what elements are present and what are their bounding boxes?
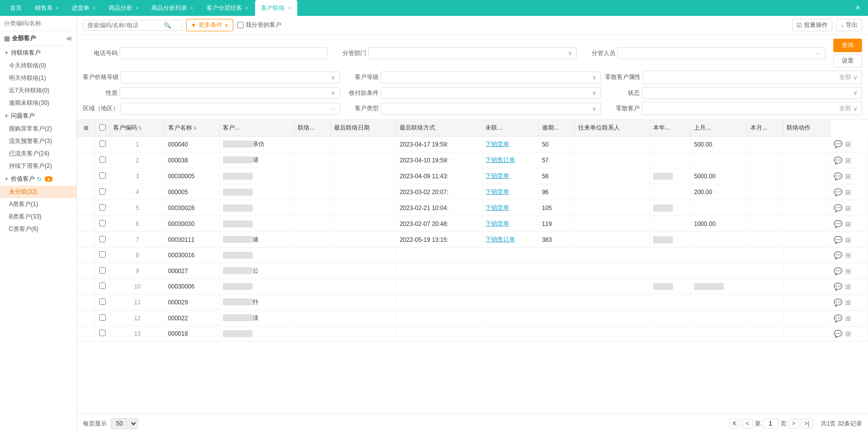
nature-select[interactable]: ∨	[120, 87, 340, 99]
nav-customer-contact[interactable]: 客户联络 ×	[255, 0, 297, 16]
page-size-select[interactable]: 50 20 100	[111, 418, 138, 429]
nav-sales-close[interactable]: ×	[56, 5, 59, 11]
sidebar-group-problem[interactable]: ▼ 问题客户	[0, 109, 76, 123]
sidebar-group-pending[interactable]: ▼ 待联络客户	[0, 46, 76, 60]
chat-icon[interactable]: 💬	[834, 330, 842, 338]
nav-analysis[interactable]: 商品分析 ×	[103, 0, 144, 16]
sidebar-item-c-class[interactable]: C类客户(6)	[0, 223, 76, 235]
last-page-btn[interactable]: >|	[801, 419, 813, 429]
row-checkbox[interactable]	[99, 330, 106, 336]
chat-icon[interactable]: 💬	[834, 204, 842, 212]
grid-action-icon[interactable]: ⊞	[845, 283, 851, 290]
nav-analysis-close[interactable]: ×	[135, 5, 138, 11]
chat-icon[interactable]: 💬	[834, 236, 842, 244]
grid-action-icon[interactable]: ⊞	[845, 314, 851, 322]
dept-select[interactable]: ∨	[368, 47, 576, 59]
payment-select[interactable]: ∨	[381, 87, 601, 99]
refresh-icon[interactable]: ↻	[37, 176, 42, 183]
search-icon[interactable]: 🔍	[164, 22, 171, 29]
row-checkbox[interactable]	[99, 236, 106, 242]
sidebar-item-churn-warn[interactable]: 流失预警客户(3)	[0, 135, 76, 147]
nav-sales[interactable]: 销售单 ×	[29, 0, 65, 16]
row-checkbox[interactable]	[99, 251, 106, 258]
row-checkbox[interactable]	[99, 314, 106, 321]
grid-action-icon[interactable]: ⊞	[845, 298, 851, 306]
chat-icon[interactable]: 💬	[834, 188, 842, 196]
sidebar-item-churned[interactable]: 已流失客户(24)	[0, 147, 76, 160]
grid-action-icon[interactable]: ⊞	[845, 220, 851, 228]
chat-icon[interactable]: 💬	[834, 283, 842, 290]
nav-analysis-list[interactable]: 商品分析列表 ×	[145, 0, 199, 16]
nav-customer-segment[interactable]: 客户分层经客 ×	[200, 0, 254, 16]
chat-icon[interactable]: 💬	[834, 220, 842, 228]
nav-analysis-list-close[interactable]: ×	[190, 5, 193, 11]
nav-purchase[interactable]: 进货单 ×	[66, 0, 101, 16]
grid-action-icon[interactable]: ⊞	[845, 188, 851, 196]
grid-action-icon[interactable]: ⊞	[845, 156, 851, 164]
nav-customer-contact-close[interactable]: ×	[288, 5, 291, 11]
sidebar-item-today[interactable]: 今天待联络(0)	[0, 60, 76, 72]
nav-purchase-close[interactable]: ×	[92, 5, 95, 11]
scatter-cust-select[interactable]: 全部 ∨	[642, 102, 862, 115]
batch-op-btn[interactable]: ☑ 批量操作	[792, 19, 832, 31]
sidebar-search-input[interactable]	[4, 20, 77, 27]
reset-btn[interactable]: 设置	[833, 54, 862, 68]
first-page-btn[interactable]: K	[729, 419, 740, 429]
sidebar-item-tomorrow[interactable]: 明天待联络(1)	[0, 72, 76, 84]
sidebar-item-a-class[interactable]: A类客户(1)	[0, 198, 76, 211]
sidebar-item-overdue[interactable]: 逾期未联络(30)	[0, 97, 76, 109]
row-checkbox[interactable]	[99, 267, 106, 274]
grid-action-icon[interactable]: ⊞	[845, 140, 851, 148]
grid-action-icon[interactable]: ⊞	[845, 236, 851, 244]
sidebar-item-declining[interactable]: 持续下滑客户(2)	[0, 160, 76, 172]
chat-icon[interactable]: 💬	[834, 251, 842, 259]
close-all-btn[interactable]: ×	[852, 3, 864, 12]
sidebar-item-b-class[interactable]: B类客户(33)	[0, 211, 76, 223]
sidebar-item-ungroup[interactable]: 未分组(32)	[0, 186, 76, 198]
grid-action-icon[interactable]: ⊞	[845, 267, 851, 275]
region-select[interactable]: ···	[121, 103, 340, 115]
chat-icon[interactable]: 💬	[834, 140, 842, 148]
filter-btn[interactable]: ▼ 更多条件 ∧	[186, 19, 233, 31]
row-checkbox[interactable]	[99, 204, 106, 211]
my-customers-check[interactable]: 我分管的客户	[237, 21, 281, 29]
sidebar-item-7days[interactable]: 近7天待联络(0)	[0, 84, 76, 97]
page-input[interactable]	[763, 419, 779, 429]
nav-customer-segment-close[interactable]: ×	[245, 5, 248, 11]
row-checkbox[interactable]	[99, 156, 106, 163]
my-customers-checkbox[interactable]	[237, 22, 244, 28]
row-checkbox[interactable]	[99, 141, 106, 147]
chat-icon[interactable]: 💬	[834, 314, 842, 322]
select-all-checkbox[interactable]	[99, 124, 106, 131]
chat-icon[interactable]: 💬	[834, 172, 842, 180]
search-input[interactable]	[87, 22, 162, 29]
manager-select[interactable]: ···	[617, 47, 825, 59]
sidebar-item-hoarding[interactable]: 囤购异常客户(2)	[0, 123, 76, 135]
export-btn[interactable]: ↓ 导出	[836, 19, 862, 31]
row-checkbox[interactable]	[99, 172, 106, 179]
row-checkbox[interactable]	[99, 283, 106, 289]
row-checkbox[interactable]	[99, 220, 106, 226]
cust-type-select[interactable]: ∨	[381, 103, 601, 115]
col-gear[interactable]: ⚙	[77, 120, 95, 137]
sidebar-group-value[interactable]: ▼ 价值客户 ↻ ●	[0, 172, 76, 186]
phone-input[interactable]	[120, 47, 328, 59]
query-btn[interactable]: 查询	[833, 39, 862, 52]
chat-icon[interactable]: 💬	[834, 298, 842, 306]
chat-icon[interactable]: 💬	[834, 267, 842, 275]
next-page-btn[interactable]: >	[789, 419, 799, 429]
nav-home[interactable]: 首页	[4, 0, 28, 16]
row-checkbox[interactable]	[99, 298, 106, 305]
grid-action-icon[interactable]: ⊞	[845, 204, 851, 212]
grid-action-icon[interactable]: ⊞	[845, 172, 851, 180]
scatter-attr-select[interactable]: 全部 ∨	[643, 71, 862, 84]
status-select[interactable]: ∨	[642, 87, 862, 99]
grid-action-icon[interactable]: ⊞	[845, 330, 851, 338]
prev-page-btn[interactable]: <	[742, 419, 752, 429]
price-level-select[interactable]: ∨	[121, 72, 340, 83]
row-checkbox[interactable]	[99, 188, 106, 195]
chat-icon[interactable]: 💬	[834, 156, 842, 164]
grid-action-icon[interactable]: ⊞	[845, 251, 851, 259]
cust-level-select[interactable]: ∨	[381, 72, 601, 83]
sidebar-all-customers[interactable]: ⊞ 全部客户 ≪	[0, 31, 76, 46]
